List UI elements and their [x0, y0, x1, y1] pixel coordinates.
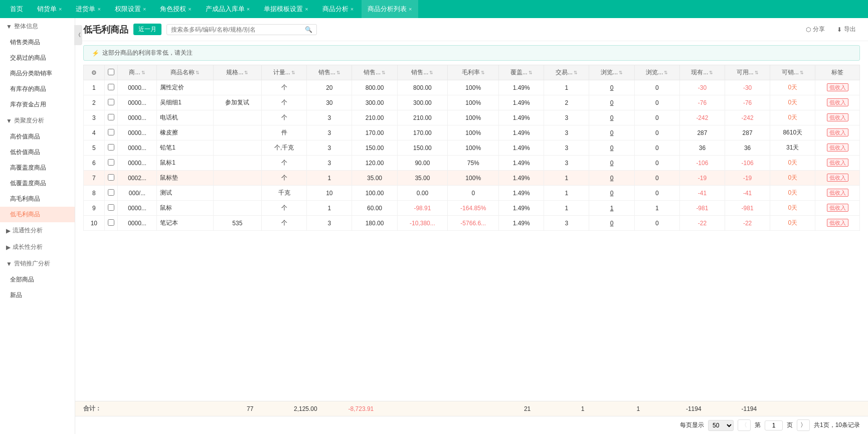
nav-purchase[interactable]: 进货单 × — [70, 0, 106, 18]
search-input[interactable] — [171, 26, 303, 33]
col-sales-profit[interactable]: 销售...⇅ — [397, 65, 448, 80]
nav-home[interactable]: 首页 — [4, 0, 29, 18]
nav-roles[interactable]: 角色授权 × — [154, 0, 197, 18]
next-page-button[interactable]: 〉 — [797, 419, 810, 431]
nav-permissions[interactable]: 权限设置 × — [109, 0, 152, 18]
row-checkbox-cell[interactable] — [104, 110, 117, 125]
row-name: 电话机 — [157, 110, 213, 125]
row-checkbox-cell[interactable] — [104, 140, 117, 156]
search-icon[interactable]: 🔍 — [305, 26, 312, 33]
row-view1[interactable]: 0 — [589, 186, 634, 201]
share-button[interactable]: ⬡ 分享 — [802, 23, 829, 36]
row-checkbox-cell[interactable] — [104, 216, 117, 231]
sort-spec-icon: ⇅ — [244, 70, 248, 75]
sidebar-item-low-value[interactable]: 低价值商品 — [0, 144, 75, 160]
row-checkbox[interactable] — [108, 159, 114, 166]
row-view1[interactable]: 0 — [589, 80, 634, 95]
nav-template[interactable]: 单据模板设置 × — [258, 0, 314, 18]
row-checkbox[interactable] — [108, 204, 114, 211]
row-checkbox[interactable] — [108, 144, 114, 151]
col-trade[interactable]: 交易...⇅ — [544, 65, 589, 80]
nav-product-analysis[interactable]: 商品分析 × — [316, 0, 360, 18]
row-checkbox[interactable] — [108, 84, 114, 90]
col-available[interactable]: 可用...⇅ — [725, 65, 770, 80]
select-all-checkbox[interactable] — [108, 69, 114, 75]
sidebar-item-low-coverage[interactable]: 低覆盖度商品 — [0, 176, 75, 191]
sidebar-item-in-stock[interactable]: 有库存的商品 — [0, 81, 75, 97]
row-view1[interactable]: 0 — [589, 216, 634, 231]
table-wrapper: ⚙ 商...⇅ 商品名称⇅ 规格...⇅ 计量...⇅ 销售...⇅ 销售...… — [75, 65, 868, 401]
row-checkbox[interactable] — [108, 129, 114, 135]
row-checkbox-cell[interactable] — [104, 156, 117, 171]
sidebar-item-sales-products[interactable]: 销售类商品 — [0, 35, 75, 50]
sidebar-collapse-button[interactable]: 《 — [75, 25, 82, 45]
row-checkbox-cell[interactable] — [104, 95, 117, 110]
row-checkbox[interactable] — [108, 114, 114, 120]
page-input[interactable] — [765, 420, 783, 430]
col-sales-qty[interactable]: 销售...⇅ — [307, 65, 352, 80]
row-view1[interactable]: 0 — [589, 171, 634, 186]
nav-close-product-analysis-list[interactable]: × — [409, 6, 412, 12]
row-view1[interactable]: 0 — [589, 140, 634, 156]
row-checkbox-cell[interactable] — [104, 80, 117, 95]
sidebar-item-high-coverage[interactable]: 高覆盖度商品 — [0, 160, 75, 176]
row-checkbox[interactable] — [108, 219, 114, 226]
arrow-cluster: ▼ — [6, 117, 12, 124]
nav-product-entry[interactable]: 产成品入库单 × — [200, 0, 256, 18]
row-view1[interactable]: 0 — [589, 95, 634, 110]
sidebar-item-high-margin[interactable]: 高毛利商品 — [0, 191, 75, 207]
sidebar-section-liquidity[interactable]: ▶ 流通性分析 — [0, 222, 75, 239]
sidebar-item-category-sales-rate[interactable]: 商品分类助销率 — [0, 66, 75, 81]
nav-close-sales[interactable]: × — [59, 6, 62, 12]
sidebar-item-new-products[interactable]: 新品 — [0, 287, 75, 303]
row-view1[interactable]: 1 — [589, 201, 634, 216]
col-sellable[interactable]: 可销...⇅ — [770, 65, 815, 80]
nav-close-product-analysis[interactable]: × — [351, 6, 354, 12]
col-code[interactable]: 商...⇅ — [117, 65, 157, 80]
col-view1[interactable]: 浏览...⇅ — [589, 65, 634, 80]
col-view2[interactable]: 浏览...⇅ — [634, 65, 679, 80]
col-gross-margin[interactable]: 毛利率⇅ — [448, 65, 499, 80]
row-view1[interactable]: 0 — [589, 156, 634, 171]
row-checkbox-cell[interactable] — [104, 125, 117, 140]
nav-product-analysis-list[interactable]: 商品分析列表 × — [362, 0, 418, 18]
sidebar-section-growth[interactable]: ▶ 成长性分析 — [0, 239, 75, 255]
export-button[interactable]: ⬇ 导出 — [833, 23, 860, 36]
col-current-stock[interactable]: 现有...⇅ — [679, 65, 725, 80]
nav-close-roles[interactable]: × — [188, 6, 191, 12]
col-coverage[interactable]: 覆盖...⇅ — [499, 65, 544, 80]
col-sales-price[interactable]: 销售...⇅ — [352, 65, 397, 80]
sidebar-item-low-margin[interactable]: 低毛利商品 — [0, 207, 75, 222]
sidebar-section-overall[interactable]: ▼ 整体信息 — [0, 18, 75, 35]
col-spec[interactable]: 规格...⇅ — [213, 65, 261, 80]
row-checkbox[interactable] — [108, 189, 114, 196]
nav-close-permissions[interactable]: × — [143, 6, 146, 12]
row-checkbox-cell[interactable] — [104, 171, 117, 186]
row-checkbox-cell[interactable] — [104, 201, 117, 216]
row-name: 鼠标1 — [157, 156, 213, 171]
nav-close-template[interactable]: × — [305, 6, 308, 12]
col-name[interactable]: 商品名称⇅ — [157, 65, 213, 80]
nav-close-product-entry[interactable]: × — [247, 6, 250, 12]
nav-close-purchase[interactable]: × — [97, 6, 100, 12]
row-checkbox[interactable] — [108, 174, 114, 181]
row-view1[interactable]: 0 — [589, 110, 634, 125]
sidebar-section-marketing[interactable]: ▼ 营销推广分析 — [0, 255, 75, 272]
row-no: 6 — [84, 156, 105, 171]
row-view1[interactable]: 0 — [589, 125, 634, 140]
row-checkbox-cell[interactable] — [104, 186, 117, 201]
col-unit[interactable]: 计量...⇅ — [262, 65, 307, 80]
row-checkbox[interactable] — [108, 99, 114, 105]
page-size-select[interactable]: 50 100 200 — [708, 420, 734, 431]
nav-sales[interactable]: 销货单 × — [31, 0, 68, 18]
sidebar-item-all-products[interactable]: 全部商品 — [0, 272, 75, 287]
sidebar-item-high-value[interactable]: 高价值商品 — [0, 129, 75, 144]
prev-page-button[interactable]: 〈 — [738, 419, 751, 431]
col-tag[interactable]: 标签 — [815, 65, 860, 80]
col-settings[interactable]: ⚙ — [84, 65, 105, 80]
sidebar-section-cluster[interactable]: ▼ 类聚度分析 — [0, 112, 75, 129]
sidebar-item-traded-products[interactable]: 交易过的商品 — [0, 50, 75, 66]
sidebar-item-inventory-capital[interactable]: 库存资金占用 — [0, 97, 75, 112]
col-checkbox[interactable] — [104, 65, 117, 80]
period-button[interactable]: 近一月 — [133, 24, 161, 35]
